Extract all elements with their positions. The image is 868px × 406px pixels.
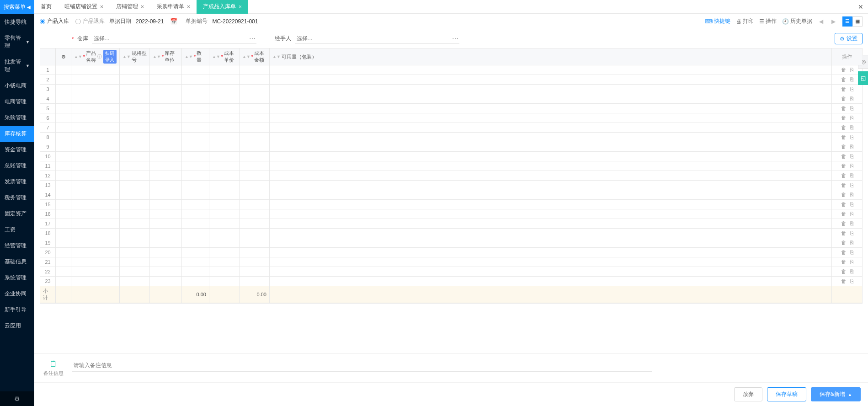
sidebar-item-10[interactable]: 税务管理 xyxy=(0,190,34,206)
copy-icon[interactable]: ⎘ xyxy=(850,124,853,131)
delete-icon[interactable]: 🗑 xyxy=(841,134,847,140)
remarks-input[interactable] xyxy=(72,359,652,372)
table-row[interactable]: 19🗑⎘ xyxy=(40,238,862,248)
copy-icon[interactable]: ⎘ xyxy=(850,172,853,179)
delete-icon[interactable]: 🗑 xyxy=(841,124,847,131)
copy-icon[interactable]: ⎘ xyxy=(850,96,853,102)
table-row[interactable]: 11🗑⎘ xyxy=(40,161,862,171)
delete-icon[interactable]: 🗑 xyxy=(841,201,847,208)
copy-icon[interactable]: ⎘ xyxy=(850,115,853,121)
copy-icon[interactable]: ⎘ xyxy=(850,144,853,150)
table-row[interactable]: 17🗑⎘ xyxy=(40,219,862,229)
delete-icon[interactable]: 🗑 xyxy=(841,153,847,160)
copy-icon[interactable]: ⎘ xyxy=(850,230,853,236)
table-row[interactable]: 18🗑⎘ xyxy=(40,229,862,238)
copy-icon[interactable]: ⎘ xyxy=(850,163,853,169)
discard-button[interactable]: 放弃 xyxy=(734,387,762,401)
copy-icon[interactable]: ⎘ xyxy=(850,105,853,112)
table-row[interactable]: 13🗑⎘ xyxy=(40,181,862,190)
handler-input[interactable] xyxy=(295,33,459,44)
table-row[interactable]: 16🗑⎘ xyxy=(40,209,862,219)
delete-icon[interactable]: 🗑 xyxy=(841,96,847,102)
delete-icon[interactable]: 🗑 xyxy=(841,211,847,217)
sidebar-item-7[interactable]: 资金管理 xyxy=(0,142,34,158)
delete-icon[interactable]: 🗑 xyxy=(841,172,847,179)
sidebar-item-13[interactable]: 经营管理 xyxy=(0,238,34,254)
sidebar-item-6[interactable]: 库存核算 xyxy=(0,126,34,142)
save-draft-button[interactable]: 保存草稿 xyxy=(767,387,806,401)
copy-icon[interactable]: ⎘ xyxy=(850,220,853,227)
view-grid[interactable]: ▦ xyxy=(852,16,863,27)
delete-icon[interactable]: 🗑 xyxy=(841,278,847,284)
dock-item-2[interactable]: ◱ xyxy=(858,71,868,85)
delete-icon[interactable]: 🗑 xyxy=(841,67,847,73)
table-row[interactable]: 1🗑⎘ xyxy=(40,65,862,75)
warehouse-input[interactable] xyxy=(92,33,256,44)
delete-icon[interactable]: 🗑 xyxy=(841,86,847,92)
table-row[interactable]: 4🗑⎘ xyxy=(40,94,862,104)
sidebar-item-1[interactable]: 零售管理▼ xyxy=(0,30,34,54)
delete-icon[interactable]: 🗑 xyxy=(841,144,847,150)
radio-product-return[interactable]: 产品退库 xyxy=(75,17,105,25)
delete-icon[interactable]: 🗑 xyxy=(841,249,847,256)
table-row[interactable]: 14🗑⎘ xyxy=(40,190,862,200)
ellipsis-icon[interactable]: ⋯ xyxy=(452,35,458,42)
col-amount[interactable]: ▲▼*成本金额 xyxy=(240,48,270,65)
delete-icon[interactable]: 🗑 xyxy=(841,259,847,265)
table-row[interactable]: 6🗑⎘ xyxy=(40,113,862,123)
table-row[interactable]: 8🗑⎘ xyxy=(40,133,862,142)
copy-icon[interactable]: ⎘ xyxy=(850,182,853,188)
delete-icon[interactable]: 🗑 xyxy=(841,192,847,198)
sidebar-item-14[interactable]: 基础信息 xyxy=(0,254,34,270)
sort-icon[interactable]: ▲▼ xyxy=(272,56,281,58)
copy-icon[interactable]: ⎘ xyxy=(850,67,853,73)
copy-icon[interactable]: ⎘ xyxy=(850,249,853,256)
sidebar-item-8[interactable]: 总账管理 xyxy=(0,158,34,174)
tab-3[interactable]: 采购申请单× xyxy=(150,0,197,14)
delete-icon[interactable]: 🗑 xyxy=(841,76,847,83)
table-row[interactable]: 23🗑⎘ xyxy=(40,277,862,286)
prev-doc[interactable]: ◀ xyxy=(818,18,825,25)
copy-icon[interactable]: ⎘ xyxy=(850,278,853,284)
save-new-button[interactable]: 保存&新增 ▲ xyxy=(811,387,861,401)
settings-button[interactable]: ⚙ 设置 xyxy=(835,33,863,44)
col-qty[interactable]: ▲▼*数量 xyxy=(182,48,209,65)
col-available[interactable]: ▲▼可用量（包装） xyxy=(270,48,832,65)
table-row[interactable]: 21🗑⎘ xyxy=(40,257,862,267)
sort-icon[interactable]: ▲▼ xyxy=(122,56,131,58)
sort-icon[interactable]: ▲▼ xyxy=(242,56,250,58)
close-icon[interactable]: × xyxy=(187,4,190,10)
ellipsis-icon[interactable]: ⋯ xyxy=(249,35,256,42)
gear-icon[interactable]: ⚙ xyxy=(14,395,20,402)
scan-badge[interactable]: 扫码录入 xyxy=(103,50,117,64)
close-all-tabs[interactable]: ✕ xyxy=(853,3,868,11)
sort-icon[interactable]: ▲▼ xyxy=(185,56,193,58)
sidebar-item-3[interactable]: 小畅电商 xyxy=(0,78,34,94)
sidebar-item-4[interactable]: 电商管理 xyxy=(0,94,34,110)
sidebar-item-9[interactable]: 发票管理 xyxy=(0,174,34,190)
col-unit[interactable]: ▲▼*库存单位 xyxy=(150,48,182,65)
delete-icon[interactable]: 🗑 xyxy=(841,115,847,121)
sidebar-item-12[interactable]: 工资 xyxy=(0,222,34,238)
delete-icon[interactable]: 🗑 xyxy=(841,182,847,188)
tab-1[interactable]: 旺铺店铺设置× xyxy=(58,0,110,14)
sidebar-item-18[interactable]: 云应用 xyxy=(0,318,34,334)
tab-0[interactable]: 首页 xyxy=(34,0,58,14)
delete-icon[interactable]: 🗑 xyxy=(841,220,847,227)
table-row[interactable]: 3🗑⎘ xyxy=(40,85,862,94)
delete-icon[interactable]: 🗑 xyxy=(841,230,847,236)
copy-icon[interactable]: ⎘ xyxy=(850,259,853,265)
print-link[interactable]: 🖨打印 xyxy=(736,17,754,25)
next-doc[interactable]: ▶ xyxy=(830,18,837,25)
delete-icon[interactable]: 🗑 xyxy=(841,268,847,275)
copy-icon[interactable]: ⎘ xyxy=(850,153,853,160)
sidebar-search[interactable]: 搜索菜单 ◀ xyxy=(0,0,34,14)
table-row[interactable]: 15🗑⎘ xyxy=(40,200,862,209)
tab-2[interactable]: 店铺管理× xyxy=(110,0,150,14)
sort-icon[interactable]: ▲▼ xyxy=(212,56,220,58)
table-row[interactable]: 2🗑⎘ xyxy=(40,75,862,85)
operate-link[interactable]: ☰操作 xyxy=(759,17,777,25)
calendar-icon[interactable]: 📅 xyxy=(170,18,177,25)
tab-4[interactable]: 产成品入库单× xyxy=(197,0,248,14)
sidebar-item-0[interactable]: 快捷导航 xyxy=(0,14,34,30)
